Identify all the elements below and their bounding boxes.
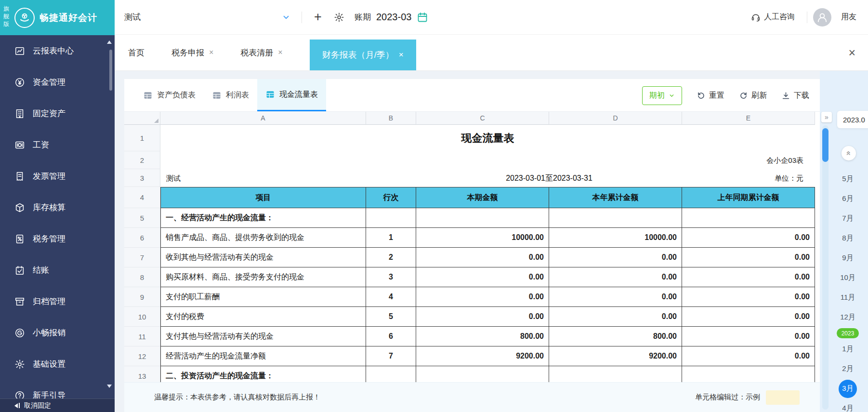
sidebar-item-reimburse[interactable]: 小畅报销 [0,317,115,348]
table-cell-prior[interactable]: 0.00 [682,248,815,267]
download-button[interactable]: 下载 [781,91,809,101]
row-number[interactable]: 12 [124,346,160,366]
header-cell-ytd[interactable]: 本年累计金额 [549,187,682,208]
username[interactable]: 用友 [841,0,856,34]
table-cell-prior[interactable]: 0.00 [682,228,815,248]
table-cell-prior[interactable]: 0.00 [682,307,815,327]
period-filter-button[interactable]: 期初 [642,86,682,105]
row-number[interactable]: 8 [124,267,160,287]
tab-tax-filing[interactable]: 税务申报 [171,47,213,58]
avatar[interactable] [813,8,831,27]
table-cell-line[interactable]: 7 [366,346,416,366]
sidebar-item-inventory[interactable]: 库存核算 [0,192,115,223]
table-cell-prior[interactable]: 0.00 [682,327,815,346]
expand-panel-button[interactable] [821,112,832,122]
sidebar-item-settings[interactable]: 基础设置 [0,348,115,380]
table-cell-line[interactable]: 6 [366,327,416,346]
tab-tax-register[interactable]: 税表清册 [240,47,282,58]
table-cell-ytd[interactable] [549,208,682,228]
close-workspace-icon[interactable] [848,47,855,59]
table-cell-item[interactable]: 支付其他与经营活动有关的现金 [160,327,366,346]
tab-financial-reports[interactable]: 财务报表（月/季） [310,40,416,70]
table-cell-item[interactable]: 支付的税费 [160,307,366,327]
company-select[interactable]: 测试 [124,0,290,34]
sidebar-scroll-up-icon[interactable] [107,40,112,44]
column-header-b[interactable]: B [366,112,416,125]
table-cell-line[interactable]: 3 [366,267,416,287]
tab-close-icon[interactable] [278,48,282,57]
month-item[interactable]: 10月 [833,268,862,288]
month-item[interactable]: 11月 [833,288,862,307]
row-number[interactable]: 10 [124,307,160,327]
year-badge[interactable]: 2023 [837,328,859,338]
table-cell-current[interactable]: 0.00 [416,307,549,327]
sidebar-item-archive[interactable]: 归档管理 [0,286,115,317]
tab-close-icon[interactable] [399,50,404,60]
calendar-icon[interactable] [417,12,428,23]
table-cell-item[interactable]: 购买原材料、商品、接受劳务支付的现金 [160,267,366,287]
table-cell-line[interactable]: 2 [366,248,416,267]
header-cell-prior[interactable]: 上年同期累计金额 [682,187,815,208]
month-item[interactable]: 9月 [833,248,862,268]
scrollbar-thumb[interactable] [822,128,829,162]
table-cell-current[interactable]: 10000.00 [416,228,549,248]
month-item[interactable]: 4月 [833,399,862,412]
month-item[interactable]: 2月 [833,359,862,379]
sidebar-item-funds[interactable]: 资金管理 [0,66,115,98]
table-cell-line[interactable]: 5 [366,307,416,327]
collapse-months-button[interactable] [842,146,856,160]
table-cell-ytd[interactable]: 0.00 [549,267,682,287]
table-cell-current[interactable] [416,208,549,228]
sidebar-item-closing[interactable]: 结账 [0,254,115,286]
table-cell-prior[interactable] [682,208,815,228]
table-cell-ytd[interactable]: 0.00 [549,287,682,307]
period-value[interactable]: 2023-03 [376,12,411,23]
report-tab-balance-sheet[interactable]: 资产负债表 [135,79,204,111]
table-cell-item[interactable]: 收到其他与经营活动有关的现金 [160,248,366,267]
table-cell-item[interactable]: 经营活动产生的现金流量净额 [160,346,366,366]
refresh-button[interactable]: 刷新 [739,91,767,101]
table-cell-line[interactable]: 1 [366,228,416,248]
table-cell-ytd[interactable] [549,366,682,382]
reset-button[interactable]: 重置 [697,91,724,101]
tab-close-icon[interactable] [209,48,213,57]
table-cell-prior[interactable]: 0.00 [682,346,815,366]
row-number[interactable]: 9 [124,287,160,307]
month-item-active[interactable]: 3月 [833,379,862,399]
table-cell-prior[interactable]: 0.00 [682,287,815,307]
tab-home[interactable]: 首页 [128,47,145,58]
sidebar-scroll-down-icon[interactable] [107,385,112,388]
month-item[interactable]: 8月 [833,228,862,248]
table-cell-current[interactable]: 0.00 [416,248,549,267]
support-button[interactable]: 人工咨询 [751,0,795,34]
table-cell-item[interactable]: 支付的职工薪酬 [160,287,366,307]
column-header-d[interactable]: D [549,112,682,125]
month-item[interactable]: 12月 [833,307,862,327]
account-settings-button[interactable] [329,0,349,34]
table-cell-item[interactable]: 二、投资活动产生的现金流量： [160,366,366,382]
table-cell-current[interactable]: 0.00 [416,287,549,307]
table-cell-current[interactable]: 0.00 [416,267,549,287]
row-number[interactable]: 4 [124,187,160,208]
row-number[interactable]: 11 [124,327,160,346]
header-cell-line[interactable]: 行次 [366,187,416,208]
select-all-corner[interactable] [124,112,160,125]
column-header-e[interactable]: E [682,112,815,125]
row-number[interactable]: 2 [124,151,160,169]
header-cell-item[interactable]: 项目 [160,187,366,208]
table-cell-ytd[interactable]: 0.00 [549,248,682,267]
column-header-c[interactable]: C [416,112,549,125]
row-number[interactable]: 5 [124,208,160,228]
current-period-box[interactable]: 2023.0 [837,111,868,128]
table-cell-current[interactable]: 9200.00 [416,346,549,366]
month-item[interactable]: 1月 [833,339,862,359]
row-number[interactable]: 1 [124,125,160,151]
month-item[interactable]: 6月 [833,189,862,209]
table-cell-item[interactable]: 销售产成品、商品、提供劳务收到的现金 [160,228,366,248]
table-cell-ytd[interactable]: 0.00 [549,307,682,327]
month-item[interactable]: 7月 [833,209,862,228]
column-header-a[interactable]: A [160,112,366,125]
table-cell-line[interactable] [366,208,416,228]
report-tab-cash-flow[interactable]: 现金流量表 [257,79,326,111]
vertical-scrollbar[interactable] [822,125,829,410]
